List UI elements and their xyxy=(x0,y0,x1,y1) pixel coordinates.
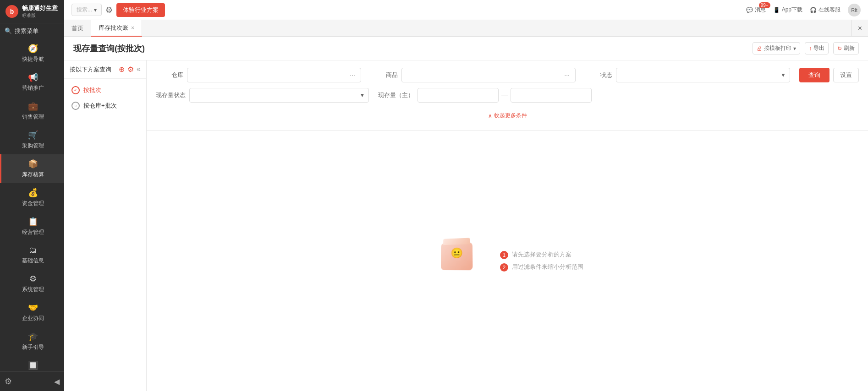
tabbar-close-btn[interactable]: × xyxy=(852,20,868,37)
collapse-panel-icon[interactable]: « xyxy=(137,65,141,74)
sidebar-item-enterprise[interactable]: 🤝企业协同 xyxy=(0,298,64,327)
topbar-gear-icon[interactable]: ⚙ xyxy=(105,5,113,15)
sidebar-item-inventory[interactable]: 📦库存核算 xyxy=(0,154,64,183)
filter-actions: 查询 设置 xyxy=(799,68,859,82)
close-icon: × xyxy=(858,24,862,33)
scheme-item-batch[interactable]: ✓ 按批次 xyxy=(64,82,146,98)
filter-group-status: 状态 ▼ xyxy=(585,68,790,82)
empty-tip-1: 1 请先选择要分析的方案 xyxy=(500,250,583,259)
status-label: 状态 xyxy=(585,71,612,79)
add-scheme-icon[interactable]: ⊕ xyxy=(119,65,125,74)
print-dropdown-icon: ▾ xyxy=(793,45,796,52)
scheme-settings-icon[interactable]: ⚙ xyxy=(127,65,134,74)
warehouse-input[interactable] xyxy=(191,72,348,78)
collapse-label: 收起更多条件 xyxy=(494,112,527,119)
sidebar-item-basic[interactable]: 🗂基础信息 xyxy=(0,241,64,269)
experience-btn[interactable]: 体验行业方案 xyxy=(116,3,165,17)
tab-home[interactable]: 首页 xyxy=(64,20,91,37)
sidebar-footer: ⚙ ◀ xyxy=(0,371,64,391)
product-more-btn[interactable]: ··· xyxy=(562,71,571,79)
user-avatar-btn[interactable]: Rit xyxy=(848,4,861,16)
nav-icon-purchase: 🛒 xyxy=(28,130,38,140)
sidebar: b 畅康通好生意 标准版 🔍 搜索菜单 🧭快捷导航📢营销推广💼销售管理🛒采购管理… xyxy=(0,0,64,391)
headset-icon: 🎧 xyxy=(810,7,817,13)
phone-icon: 📱 xyxy=(773,7,780,13)
refresh-icon: ↻ xyxy=(837,45,842,52)
collapse-btn[interactable]: ∧ 收起更多条件 xyxy=(156,108,859,123)
product-input[interactable] xyxy=(406,72,562,78)
message-icon: 💬 xyxy=(746,7,753,13)
topbar-left: 搜索... ▾ ⚙ 体验行业方案 xyxy=(71,3,742,17)
tabbar: 首页 库存批次账 × × xyxy=(64,20,868,37)
collapse-sidebar-icon[interactable]: ◀ xyxy=(54,377,60,386)
scheme-inactive-icon: ○ xyxy=(71,102,80,110)
print-btn[interactable]: 🖨 按模板打印 ▾ xyxy=(753,42,800,54)
dropdown-text: 搜索... xyxy=(77,6,92,14)
left-panel-actions: ⊕ ⚙ « xyxy=(119,65,141,74)
nav-icon-system: ⚙ xyxy=(29,274,37,284)
query-btn[interactable]: 查询 xyxy=(799,68,830,82)
product-label: 商品 xyxy=(370,71,398,79)
nav-icon-operation: 📋 xyxy=(28,217,38,227)
filter-group-product: 商品 ··· xyxy=(370,68,576,82)
stock-qty-label: 现存量（主） xyxy=(378,91,414,99)
right-panel: 仓库 ··· 商品 ··· xyxy=(147,60,868,391)
empty-tip-2: 2 用过滤条件来缩小分析范围 xyxy=(500,263,583,272)
product-input-wrap: ··· xyxy=(401,68,576,82)
settings-icon[interactable]: ⚙ xyxy=(5,376,12,386)
stock-status-label: 现存量状态 xyxy=(156,91,186,99)
nav-icon-basic: 🗂 xyxy=(29,245,37,255)
app-download-btn[interactable]: 📱 App下载 xyxy=(773,6,802,14)
sidebar-item-quick-nav[interactable]: 🧭快捷导航 xyxy=(0,39,64,68)
sidebar-item-apps[interactable]: 🔲应用中心 xyxy=(0,356,64,371)
sidebar-item-system[interactable]: ⚙系统管理 xyxy=(0,269,64,298)
scheme-item-warehouse-batch[interactable]: ○ 按仓库+批次 xyxy=(64,98,146,114)
filter-group-stock-qty: 现存量（主） — xyxy=(378,88,591,103)
sidebar-item-purchase[interactable]: 🛒采购管理 xyxy=(0,125,64,154)
tab-close-icon[interactable]: × xyxy=(131,25,134,31)
sidebar-item-sales[interactable]: 💼销售管理 xyxy=(0,97,64,125)
message-btn[interactable]: 💬 消息 99+ xyxy=(746,6,766,14)
sidebar-item-operation[interactable]: 📋经营管理 xyxy=(0,212,64,241)
print-icon: 🖨 xyxy=(757,45,762,52)
chevron-down-icon: ▾ xyxy=(94,7,97,13)
sidebar-item-marketing[interactable]: 📢营销推广 xyxy=(0,68,64,97)
refresh-btn[interactable]: ↻ 刷新 xyxy=(833,42,859,54)
page-header: 现存量查询(按批次) 🖨 按模板打印 ▾ ↑ 导出 ↻ 刷新 xyxy=(64,37,868,60)
left-panel-header: 按以下方案查询 ⊕ ⚙ « xyxy=(64,60,146,79)
tab-batch-account[interactable]: 库存批次账 × xyxy=(91,20,142,37)
collapse-icon: ∧ xyxy=(488,113,492,119)
topbar: 搜索... ▾ ⚙ 体验行业方案 💬 消息 99+ 📱 App下载 🎧 在线客服 xyxy=(64,0,868,20)
chevron-down-stock-icon: ▼ xyxy=(359,92,365,98)
warehouse-more-btn[interactable]: ··· xyxy=(348,71,357,79)
empty-tips: 1 请先选择要分析的方案 2 用过滤条件来缩小分析范围 xyxy=(500,250,583,272)
main-area: 搜索... ▾ ⚙ 体验行业方案 💬 消息 99+ 📱 App下载 🎧 在线客服 xyxy=(64,0,868,391)
stock-qty-min-input[interactable] xyxy=(418,88,499,103)
export-icon: ↑ xyxy=(809,45,812,52)
search-menu[interactable]: 🔍 搜索菜单 xyxy=(0,23,64,39)
scheme-list: ✓ 按批次 ○ 按仓库+批次 xyxy=(64,79,146,117)
tab-batch-label: 库存批次账 xyxy=(99,24,128,32)
nav-icon-enterprise: 🤝 xyxy=(28,303,38,313)
topbar-right: 💬 消息 99+ 📱 App下载 🎧 在线客服 Rit xyxy=(746,4,861,16)
filter-area: 仓库 ··· 商品 ··· xyxy=(147,60,868,131)
nav-icon-inventory: 📦 xyxy=(28,159,38,169)
stock-status-select[interactable]: ▼ xyxy=(189,88,369,103)
topbar-dropdown[interactable]: 搜索... ▾ xyxy=(71,4,102,16)
export-btn[interactable]: ↑ 导出 xyxy=(805,42,829,54)
left-panel-title: 按以下方案查询 xyxy=(70,65,111,74)
stock-qty-max-input[interactable] xyxy=(511,88,592,103)
tab-home-label: 首页 xyxy=(71,24,83,33)
nav-icon-guide: 🎓 xyxy=(28,331,38,342)
sidebar-item-finance[interactable]: 💰资金管理 xyxy=(0,183,64,212)
nav-icon-apps: 🔲 xyxy=(28,360,38,370)
status-select[interactable]: ▼ xyxy=(616,68,790,82)
online-service-btn[interactable]: 🎧 在线客服 xyxy=(810,6,841,14)
nav-icon-marketing: 📢 xyxy=(28,72,38,82)
sidebar-nav: 🧭快捷导航📢营销推广💼销售管理🛒采购管理📦库存核算💰资金管理📋经营管理🗂基础信息… xyxy=(0,39,64,371)
empty-illustration: 😐 xyxy=(431,234,486,288)
page-header-actions: 🖨 按模板打印 ▾ ↑ 导出 ↻ 刷新 xyxy=(753,42,859,54)
settings-btn[interactable]: 设置 xyxy=(833,68,859,82)
sidebar-item-guide[interactable]: 🎓新手引导 xyxy=(0,327,64,356)
left-panel: 按以下方案查询 ⊕ ⚙ « ✓ 按批次 ○ 按仓库+批次 xyxy=(64,60,147,391)
